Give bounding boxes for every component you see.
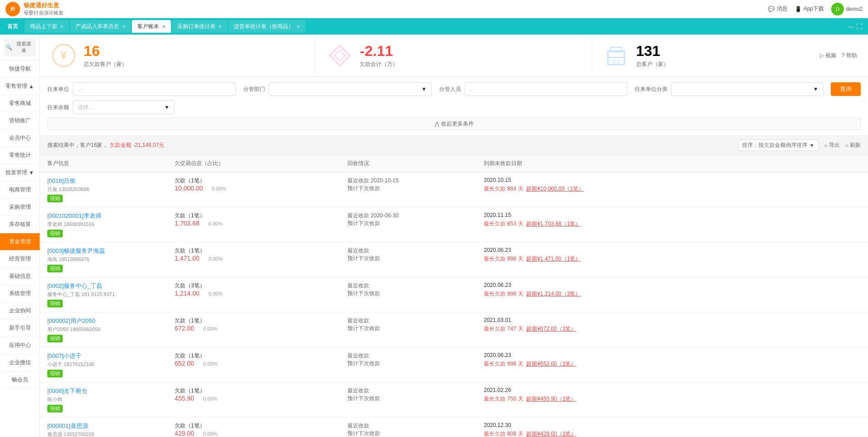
collection-cell: 最近收款 2020-10-15 预计下次收款 bbox=[340, 172, 477, 207]
overdue-amount-link[interactable]: 超期¥652.00（1笔） bbox=[526, 361, 576, 367]
overdue-amount-link[interactable]: 超期¥1,471.00（1笔） bbox=[526, 256, 581, 262]
close-icon[interactable]: ✕ bbox=[296, 24, 300, 29]
sidebar-item-member-center[interactable]: 会员中心 bbox=[0, 130, 40, 147]
sort-select[interactable]: 排序：按欠款金额倒序排序 ▼ bbox=[738, 140, 819, 151]
debt-percent: 0.00% bbox=[203, 326, 217, 332]
help-btn[interactable]: ? 帮助 bbox=[842, 52, 857, 60]
sort-label: 排序：按欠款金额倒序排序 bbox=[742, 141, 808, 149]
sidebar-item-marketing[interactable]: 营销推广 bbox=[0, 112, 40, 130]
total-customers-number: 131 bbox=[636, 43, 669, 60]
export-btn[interactable]: ○ 导出 bbox=[824, 141, 840, 149]
tab-purchase-goods[interactable]: 进货单统计表（按商品） ✕ bbox=[228, 20, 306, 33]
balance-select[interactable]: 选择... ▼ bbox=[73, 100, 175, 114]
sidebar-item-member-plus[interactable]: 畅会员 bbox=[0, 372, 40, 389]
customer-name-link[interactable]: [0007]小进干 bbox=[47, 352, 81, 359]
top-bar: 好 畅捷通好生意 母婴行业演示账套 💬 消息 📱 App下载 D demo2 bbox=[0, 0, 868, 18]
refresh-btn[interactable]: ○ 刷新 bbox=[845, 141, 861, 149]
debt-percent: 0.00% bbox=[203, 396, 217, 402]
last-collection: 最近收款 bbox=[347, 352, 469, 360]
message-btn[interactable]: 💬 消息 bbox=[768, 5, 788, 13]
collection-cell: 最近收款 预计下次收款 bbox=[340, 312, 477, 347]
minimize-icon[interactable]: — bbox=[848, 23, 854, 30]
overdue-amount-link[interactable]: 超期¥455.90（1笔） bbox=[526, 396, 576, 402]
source-unit-input[interactable]: ... bbox=[73, 82, 236, 96]
sidebar-item-ecommerce[interactable]: 电商管理 bbox=[0, 181, 40, 199]
debt-info-cell: 欠款（1笔） 1,703.68 0.00% bbox=[167, 207, 340, 242]
stat-info-overdue: 16 总欠款客户（家） bbox=[84, 43, 127, 68]
sidebar-item-batch-mgmt[interactable]: 批发管理 ▼ bbox=[0, 164, 40, 181]
sidebar-item-retail-stats[interactable]: 零售统计 bbox=[0, 147, 40, 164]
last-collection: 最近收款 2020-10-15 bbox=[347, 177, 469, 185]
tab-controls: — ⛶ bbox=[844, 23, 866, 30]
video-btn[interactable]: ▷ 视频 bbox=[820, 52, 836, 60]
close-icon[interactable]: ✕ bbox=[122, 24, 125, 29]
table-row: [0003]畅捷服务尹海蕊 海燕 18513066976 现销 欠款（1笔） 1… bbox=[40, 242, 868, 277]
customer-name-link[interactable]: [000002]用户2050 bbox=[47, 317, 95, 324]
tab-product-shelf[interactable]: 商品上下架 ✕ bbox=[25, 20, 69, 33]
due-date: 2020.06.23 bbox=[484, 352, 861, 358]
tab-product-history[interactable]: 产成品入库单历史 ✕ bbox=[70, 20, 131, 33]
debt-amount: 429.00 bbox=[175, 430, 194, 437]
overdue-amount-link[interactable]: 超期¥429.00（1笔） bbox=[526, 431, 576, 437]
due-date: 2020.06.23 bbox=[484, 247, 861, 253]
customer-name-link[interactable]: [0006]去下粮仓 bbox=[47, 387, 87, 394]
sidebar-item-newbie[interactable]: 新手引导 bbox=[0, 320, 40, 337]
department-select[interactable]: ▼ bbox=[269, 82, 432, 96]
logo-area: 好 畅捷通好生意 母婴行业演示账套 bbox=[5, 1, 64, 16]
sidebar-item-retail-mall[interactable]: 零售商城 bbox=[0, 95, 40, 112]
sidebar-item-basic-info[interactable]: 基础信息 bbox=[0, 268, 40, 285]
collection-cell: 最近收款 预计下次收款 bbox=[340, 277, 477, 312]
collection-cell: 最近收款 预计下次收款 bbox=[340, 242, 477, 277]
manager-input[interactable]: ... bbox=[465, 82, 628, 96]
col-debt-info: 欠交易信息（占比） bbox=[167, 155, 340, 172]
close-icon[interactable]: ✕ bbox=[218, 24, 222, 29]
overdue-amount-link[interactable]: 超期¥1,214.00（3笔） bbox=[526, 291, 581, 297]
debt-count: 欠款（1笔） bbox=[175, 387, 333, 395]
sidebar-item-operations[interactable]: 经营管理 bbox=[0, 251, 40, 268]
customer-name-link[interactable]: [0001020001]李老师 bbox=[47, 212, 101, 219]
chevron-down-icon: ▼ bbox=[809, 142, 815, 149]
sidebar-item-finance[interactable]: 资金管理 bbox=[0, 233, 40, 251]
overdue-amount-link[interactable]: 超期¥10,000.00（1笔） bbox=[526, 186, 584, 192]
tab-home[interactable]: 首页 bbox=[2, 20, 24, 33]
filter-balance: 往来余额 选择... ▼ bbox=[47, 100, 175, 114]
unit-category-select[interactable]: ▼ bbox=[671, 82, 823, 96]
table-row: [0002]服务中心_丁磊 服务中心_丁磊 181 0125 8371 现销 欠… bbox=[40, 277, 868, 312]
tab-purchase-summary[interactable]: 采购订单统计表 ✕ bbox=[172, 20, 227, 33]
sidebar-item-inventory[interactable]: 库存核算 bbox=[0, 216, 40, 233]
tab-customer-account[interactable]: 客户账本 ✕ bbox=[132, 20, 171, 33]
sidebar-item-retail-mgmt[interactable]: 零售管理 ▲ bbox=[0, 78, 40, 95]
sidebar-item-system[interactable]: 系统管理 bbox=[0, 285, 40, 302]
customer-name-link[interactable]: [0002]服务中心_丁磊 bbox=[47, 282, 102, 289]
user-avatar[interactable]: D demo2 bbox=[831, 3, 863, 15]
customer-contact: 海燕 18513066976 bbox=[47, 256, 160, 263]
customer-contact: 黄思源 13552700226 bbox=[47, 431, 160, 437]
search-menu-btn[interactable]: 🔍 搜索菜单 bbox=[4, 38, 36, 56]
overdue-amount-link[interactable]: 超期¥1,703.68（1笔） bbox=[526, 221, 581, 227]
sidebar-item-purchase-mgmt[interactable]: 采购管理 bbox=[0, 199, 40, 216]
search-button[interactable]: 查询 bbox=[831, 82, 861, 96]
debt-count: 欠款（3笔） bbox=[175, 282, 333, 290]
customer-name-link[interactable]: [0016]吕俊 bbox=[47, 177, 75, 184]
debt-count: 欠款（1笔） bbox=[175, 317, 333, 325]
debt-info-cell: 欠款（1笔） 429.00 0.00% bbox=[167, 417, 340, 437]
sidebar-item-quicknav[interactable]: 快捷导航 bbox=[0, 60, 40, 78]
sidebar-item-enterprise-wechat[interactable]: 企业微信 bbox=[0, 354, 40, 372]
app-download-btn[interactable]: 📱 App下载 bbox=[795, 5, 824, 13]
customer-name-link[interactable]: [000001]黄思源 bbox=[47, 422, 88, 429]
close-icon[interactable]: ✕ bbox=[162, 24, 166, 29]
maximize-icon[interactable]: ⛶ bbox=[856, 23, 863, 30]
sidebar-item-app-center[interactable]: 应用中心 bbox=[0, 337, 40, 354]
filter-row-1: 往来单位 ... 分管部门 ▼ 分管人员 ... bbox=[47, 82, 861, 96]
last-collection: 最近收款 bbox=[347, 387, 469, 395]
close-icon[interactable]: ✕ bbox=[60, 24, 64, 29]
manager-label: 分管人员 bbox=[439, 85, 461, 93]
customer-name-link[interactable]: [0003]畅捷服务尹海蕊 bbox=[47, 247, 105, 254]
result-bar: 搜索结果中，客户16家， 欠款金额 -21,148.07元 排序：按欠款金额倒序… bbox=[40, 136, 868, 155]
debt-info-cell: 欠款（3笔） 1,214.00 0.00% bbox=[167, 277, 340, 312]
avatar: D bbox=[831, 3, 844, 15]
overdue-amount-link[interactable]: 超期¥672.00（1笔） bbox=[526, 326, 576, 332]
sidebar-item-enterprise-collab[interactable]: 企业协同 bbox=[0, 302, 40, 320]
due-date-cell: 2020.12.30 最长欠款 808 天 超期¥429.00（1笔） bbox=[477, 417, 868, 437]
collapse-btn[interactable]: ⋀ 收起更多条件 bbox=[47, 118, 861, 130]
